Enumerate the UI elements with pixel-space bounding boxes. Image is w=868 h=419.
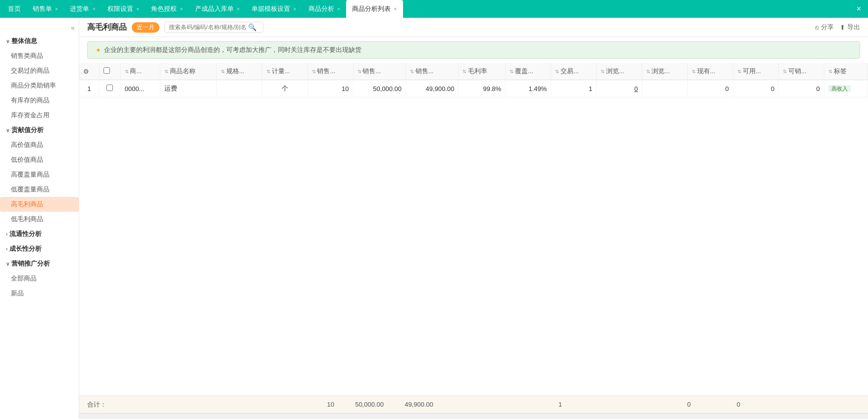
sidebar-group-title[interactable]: ∨营销推广分析: [0, 256, 79, 271]
col-header-gross_margin[interactable]: ⇅ 毛利率: [459, 63, 506, 80]
export-icon: ⬆: [840, 24, 845, 31]
sidebar: « ∨整体信息销售类商品交易过的商品商品分类助销率有库存的商品库存资金占用∨贡献…: [0, 18, 79, 419]
sidebar-item-高毛利商品[interactable]: 高毛利商品: [0, 197, 79, 212]
sort-icon: ⇅: [266, 69, 272, 74]
sidebar-item-低毛利商品[interactable]: 低毛利商品: [0, 212, 79, 227]
sidebar-item-有库存的商品[interactable]: 有库存的商品: [0, 93, 79, 108]
sort-icon: ⇅: [357, 69, 363, 74]
sidebar-item-高价值商品[interactable]: 高价值商品: [0, 138, 79, 152]
horizontal-scrollbar[interactable]: [79, 413, 868, 419]
sidebar-item-库存资金占用[interactable]: 库存资金占用: [0, 108, 79, 123]
export-button[interactable]: ⬆ 导出: [840, 23, 860, 32]
tab-close-icon[interactable]: ×: [337, 6, 340, 12]
col-header-view1[interactable]: ⇅ 浏览...: [597, 63, 642, 80]
table-row: 10000...运费个1050,000.0049,900.0099.8%1.49…: [79, 80, 868, 97]
cell-code: 0000...: [120, 80, 160, 97]
view-link[interactable]: 0: [634, 85, 638, 93]
sidebar-item-高覆盖量商品[interactable]: 高覆盖量商品: [0, 167, 79, 182]
table-wrap[interactable]: ⚙⇅ 商...⇅ 商品名称⇅ 规格...⇅ 计量...⇅ 销售...⇅ 销售..…: [79, 63, 868, 395]
cell-sellable: 0: [778, 80, 824, 97]
col-header-transaction[interactable]: ⇅ 交易...: [551, 63, 597, 80]
search-icon[interactable]: 🔍: [248, 23, 256, 31]
search-input-wrap: 🔍: [164, 22, 263, 33]
footer-sales-amount: 50,000.00: [344, 401, 384, 408]
sort-icon: ⇅: [555, 69, 561, 74]
cell-view1[interactable]: 0: [597, 80, 642, 97]
sort-icon: ⇅: [462, 69, 468, 74]
footer-bar: 合计： 10 50,000.00 49,900.00 1 0 0: [79, 395, 868, 413]
filter-period-button[interactable]: 近一月: [132, 22, 159, 33]
col-header-checkbox[interactable]: [100, 63, 121, 80]
sidebar-item-销售类商品[interactable]: 销售类商品: [0, 48, 79, 63]
sort-icon: ⇅: [783, 69, 788, 74]
cell-tag[interactable]: 高收入: [824, 80, 868, 97]
topnav-item-进货单[interactable]: 进货单×: [64, 0, 101, 18]
tab-close-icon[interactable]: ×: [394, 6, 397, 12]
topnav-item-商品分析列表[interactable]: 商品分析列表×: [346, 0, 403, 18]
tab-close-icon[interactable]: ×: [136, 6, 139, 12]
sort-icon: ⇅: [601, 69, 606, 74]
tab-close-icon[interactable]: ×: [92, 6, 95, 12]
cell-checkbox: [100, 80, 121, 97]
col-header-spec[interactable]: ⇅ 规格...: [216, 63, 262, 80]
topnav-item-产成品入库单[interactable]: 产成品入库单×: [189, 0, 246, 18]
footer-available: 0: [701, 401, 740, 408]
search-input[interactable]: [169, 24, 248, 31]
sidebar-group-title[interactable]: ∨贡献值分析: [0, 123, 79, 138]
share-button[interactable]: ⎋ 分享: [815, 23, 834, 32]
sort-icon: ⇅: [221, 69, 226, 74]
col-header-view2[interactable]: ⇅ 浏览...: [642, 63, 688, 80]
select-all-checkbox[interactable]: [103, 67, 110, 74]
sidebar-group-整体信息: ∨整体信息销售类商品交易过的商品商品分类助销率有库存的商品库存资金占用: [0, 34, 79, 123]
sidebar-item-全部商品[interactable]: 全部商品: [0, 271, 79, 286]
tab-close-icon[interactable]: ×: [180, 6, 183, 12]
col-header-settings[interactable]: ⚙: [79, 63, 100, 80]
col-header-coverage[interactable]: ⇅ 覆盖...: [506, 63, 551, 80]
col-header-tag[interactable]: ⇅ 标签: [824, 63, 868, 80]
col-header-unit[interactable]: ⇅ 计量...: [262, 63, 307, 80]
col-header-name[interactable]: ⇅ 商品名称: [160, 63, 216, 80]
sidebar-collapse-button[interactable]: «: [71, 24, 75, 32]
sidebar-group-label: 贡献值分析: [11, 126, 44, 135]
sidebar-group-营销推广分析: ∨营销推广分析全部商品新品: [0, 256, 79, 301]
col-header-available[interactable]: ⇅ 可用...: [733, 63, 778, 80]
sidebar-group-贡献值分析: ∨贡献值分析高价值商品低价值商品高覆盖量商品低覆盖量商品高毛利商品低毛利商品: [0, 123, 79, 227]
sidebar-item-商品分类助销率[interactable]: 商品分类助销率: [0, 78, 79, 93]
topnav-item-首页[interactable]: 首页: [2, 0, 27, 18]
col-header-sales_cost[interactable]: ⇅ 销售...: [406, 63, 459, 80]
topnav-item-商品分析[interactable]: 商品分析×: [303, 0, 346, 18]
sidebar-group-arrow: ∨: [6, 39, 9, 44]
settings-icon[interactable]: ⚙: [83, 68, 89, 75]
topnav-item-权限设置[interactable]: 权限设置×: [102, 0, 145, 18]
sidebar-group-label: 流通性分析: [9, 230, 42, 238]
sidebar-item-交易过的商品[interactable]: 交易过的商品: [0, 63, 79, 78]
footer-label: 合计：: [87, 400, 106, 409]
tab-close-icon[interactable]: ×: [237, 6, 240, 12]
sidebar-group-流通性分析: ›流通性分析: [0, 227, 79, 241]
content-header: 高毛利商品 近一月 🔍 ⎋ 分享 ⬆ 导出: [79, 18, 868, 37]
col-header-sales_qty[interactable]: ⇅ 销售...: [307, 63, 353, 80]
tab-close-icon[interactable]: ×: [55, 6, 58, 12]
col-header-current[interactable]: ⇅ 现有...: [688, 63, 733, 80]
tab-close-icon[interactable]: ×: [293, 6, 296, 12]
sidebar-item-低覆盖量商品[interactable]: 低覆盖量商品: [0, 182, 79, 197]
footer-transaction: 1: [522, 401, 562, 408]
topnav-item-销售单[interactable]: 销售单×: [27, 0, 64, 18]
col-header-sellable[interactable]: ⇅ 可销...: [778, 63, 824, 80]
sidebar-group-arrow: ∨: [6, 128, 9, 133]
sidebar-group-title[interactable]: ›流通性分析: [0, 227, 79, 241]
sidebar-group-label: 营销推广分析: [11, 259, 50, 268]
topnav-item-单据模板设置[interactable]: 单据模板设置×: [246, 0, 302, 18]
topnav-item-角色授权[interactable]: 角色授权×: [145, 0, 189, 18]
sidebar-item-低价值商品[interactable]: 低价值商品: [0, 152, 79, 167]
sort-icon: ⇅: [737, 69, 743, 74]
cell-coverage: 1.49%: [506, 80, 551, 97]
col-header-sales_amount[interactable]: ⇅ 销售...: [353, 63, 406, 80]
row-checkbox[interactable]: [106, 85, 113, 91]
close-window-button[interactable]: ×: [852, 4, 866, 13]
data-table: ⚙⇅ 商...⇅ 商品名称⇅ 规格...⇅ 计量...⇅ 销售...⇅ 销售..…: [79, 63, 868, 97]
sidebar-group-title[interactable]: ›成长性分析: [0, 241, 79, 256]
col-header-code[interactable]: ⇅ 商...: [120, 63, 160, 80]
sidebar-group-title[interactable]: ∨整体信息: [0, 34, 79, 48]
sidebar-item-新品[interactable]: 新品: [0, 286, 79, 301]
